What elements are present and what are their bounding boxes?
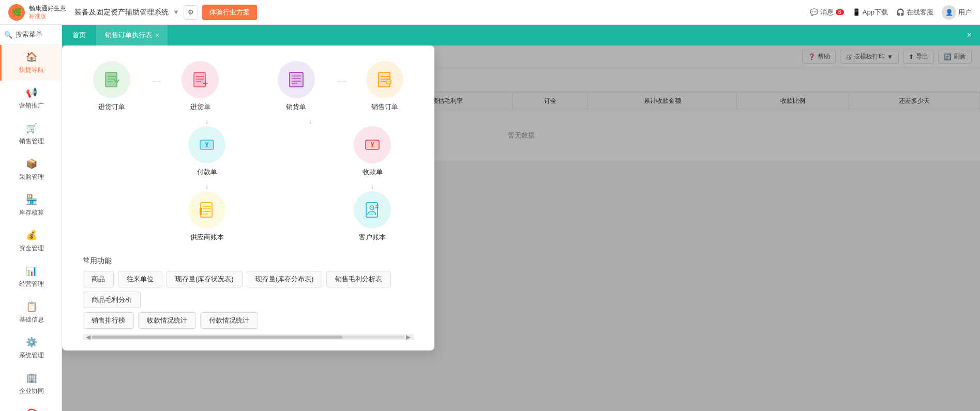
flow-node-payment-bill[interactable]: ¥ 付款单 [176,126,238,177]
scrollbar-track[interactable] [92,336,405,339]
svg-rect-10 [290,72,303,87]
func-btn-product[interactable]: 商品 [83,271,114,287]
guide-icon: 🎯 [26,408,37,411]
flow-node-receipt-bill[interactable]: ¥ 收款单 [341,126,403,177]
func-btn-partner[interactable]: 往来单位 [118,271,162,287]
online-service-action[interactable]: 🎧 在线客服 [896,8,933,17]
sidebar-item-basic-info[interactable]: 📋 基础信息 [0,295,62,330]
flow-node-supplier-account[interactable]: 供应商账本 [176,191,238,242]
sales-icon: 🛒 [26,123,37,134]
basic-info-icon: 📋 [26,301,37,312]
receipt-bill-circle[interactable]: ¥ [354,126,391,163]
scrollbar-thumb [92,336,342,339]
dropdown-arrow[interactable]: ▼ [173,8,179,16]
sidebar-item-sales[interactable]: 🛒 销售管理 [0,116,62,152]
inventory-icon: 🏪 [26,194,37,205]
func-btn-sales-gross[interactable]: 销售毛利分析表 [326,271,391,287]
operations-icon: 📊 [26,265,37,277]
customer-account-circle[interactable] [354,191,391,229]
tab-home[interactable]: 首页 [62,25,97,45]
func-btn-stock-dist[interactable]: 现存量(库存分布表) [247,271,323,287]
sidebar-item-purchase[interactable]: 📦 采购管理 [0,152,62,188]
supplier-account-label: 供应商账本 [190,233,224,242]
header-right: 💬 消息 6 📱 App下载 🎧 在线客服 👤 用户 [810,5,972,20]
svg-text:¥: ¥ [205,141,209,148]
scroll-left-button[interactable]: ◀ [85,333,92,341]
sidebar-item-guide[interactable]: 🎯 新手引导 [0,402,62,411]
message-label: 消息 [820,8,834,17]
sidebar-item-finance[interactable]: 💰 资金管理 [0,223,62,259]
function-buttons-grid-2: 销售排行榜 收款情况统计 付款情况统计 [83,312,414,329]
svg-rect-0 [105,72,117,87]
purchase-bill-circle[interactable] [182,61,219,98]
logo-text: 畅康通好生意 标准版 [29,5,66,20]
tab-home-label: 首页 [72,31,86,40]
func-btn-stock-status[interactable]: 现存量(库存状况表) [167,271,243,287]
sidebar-item-label: 快捷导航 [19,66,44,74]
sidebar-item-label: 销售管理 [19,137,44,146]
svg-rect-4 [194,72,205,87]
sidebar-item-system[interactable]: ⚙️ 系统管理 [0,330,62,366]
sidebar-item-quick-nav[interactable]: 🏠 快捷导航 [0,45,62,81]
func-btn-sales-ranking[interactable]: 销售排行榜 [83,312,134,329]
purchase-order-label: 进货订单 [98,102,125,112]
flow-node-sales-bill[interactable]: 销货单 [267,61,325,112]
flow-row-3: 供应商账本 [83,191,414,242]
func-btn-payment-stats[interactable]: 付款情况统计 [200,312,258,329]
app-download-action[interactable]: 📱 App下载 [852,8,888,17]
system-title: 装备及固定资产辅助管理系统 [74,8,169,17]
func-btn-product-gross[interactable]: 商品毛利分析 [83,292,141,308]
header-center: 装备及固定资产辅助管理系统 ▼ ⚙ 体验行业方案 [70,5,810,20]
flow-node-sales-order[interactable]: 销售订单 [356,61,414,112]
system-icon: ⚙️ [26,337,37,348]
arrow-sales-order-to-bill: ←· · · · [325,77,356,96]
tab-close-all-button[interactable]: × [959,25,980,45]
sidebar-item-label: 企业协同 [19,387,44,395]
trial-button[interactable]: 体验行业方案 [202,5,257,20]
logo-area: 🌿 畅康通好生意 标准版 [8,4,70,21]
marketing-icon: 📢 [26,87,37,98]
sidebar-item-operations[interactable]: 📊 经营管理 [0,259,62,295]
sidebar-item-inventory[interactable]: 🏪 库存核算 [0,188,62,223]
payment-bill-circle[interactable]: ¥ [188,126,225,163]
sales-order-circle[interactable] [366,61,403,98]
customer-account-label: 客户账本 [359,233,386,242]
page-content: ❓ 帮助 🖨 按模板打印 ▼ ⬆ 导出 🔄 刷新 [62,45,980,411]
sales-bill-circle[interactable] [278,61,315,98]
supplier-account-circle[interactable] [188,191,225,229]
func-btn-receipt-stats[interactable]: 收款情况统计 [138,312,196,329]
scroll-right-button[interactable]: ▶ [405,333,412,341]
search-menu[interactable]: 🔍 搜索菜单 [0,25,62,45]
guide-overlay[interactable]: 进货订单 · · · ·→ [62,45,980,411]
tab-sales-order[interactable]: 销售订单执行表 × [97,25,168,45]
receipt-bill-label: 收款单 [363,168,383,177]
sidebar-item-label: 营销推广 [19,101,44,110]
common-functions: 常用功能 商品 往来单位 现存量(库存状况表) 现存量(库存分布表) 销售毛利分… [83,256,414,329]
svg-rect-25 [201,203,212,217]
top-header: 🌿 畅康通好生意 标准版 装备及固定资产辅助管理系统 ▼ ⚙ 体验行业方案 💬 … [0,0,980,25]
app-wrapper: 🌿 畅康通好生意 标准版 装备及固定资产辅助管理系统 ▼ ⚙ 体验行业方案 💬 … [0,0,980,411]
sidebar-item-label: 系统管理 [19,351,44,360]
flow-node-purchase-bill[interactable]: 进货单 [171,61,229,112]
sidebar-item-marketing[interactable]: 📢 营销推广 [0,81,62,116]
sidebar-item-enterprise[interactable]: 🏢 企业协同 [0,366,62,402]
flow-row-1: 进货订单 · · · ·→ [83,61,414,112]
main-body: 🔍 搜索菜单 🏠 快捷导航 📢 营销推广 🛒 销售管理 📦 采购管理 🏪 [0,25,980,411]
user-label: 用户 [958,8,972,17]
sidebar-item-label: 经营管理 [19,280,44,288]
app-download-label: App下载 [863,8,888,17]
tab-page-label: 销售订单执行表 [105,31,152,40]
user-action[interactable]: 👤 用户 [942,5,972,20]
purchase-order-circle[interactable] [93,61,130,98]
flow-node-customer-account[interactable]: 客户账本 [341,191,403,242]
message-badge: 6 [836,9,844,15]
enterprise-icon: 🏢 [26,372,37,384]
message-action[interactable]: 💬 消息 6 [810,8,844,17]
settings-button[interactable]: ⚙ [184,5,198,20]
flow-node-purchase-order[interactable]: 进货订单 [83,61,140,112]
guide-popup-body: 进货订单 · · · ·→ [62,45,434,351]
tab-close-button[interactable]: × [155,31,159,39]
popup-scrollbar: ◀ ▶ [83,334,414,340]
avatar-initials: 👤 [945,9,953,16]
common-functions-title: 常用功能 [83,256,414,266]
